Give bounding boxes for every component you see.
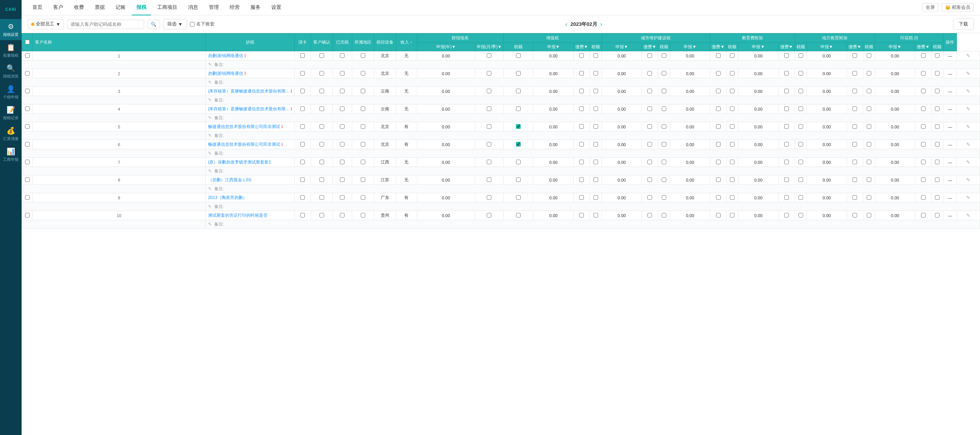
df-sb-8-input[interactable] (852, 195, 857, 200)
sidebar-item-gongnian[interactable]: 📊 工商年报 (0, 144, 22, 165)
qingka-5-input[interactable] (319, 142, 324, 147)
named-account-label[interactable]: 名下账套 (190, 21, 215, 27)
jy-jf-5-input[interactable] (730, 142, 735, 147)
completed-1-input[interactable] (361, 71, 365, 76)
df-sb-2-input[interactable] (852, 89, 857, 93)
row-checkbox-1[interactable] (25, 71, 30, 76)
th-sub-jy-sb[interactable]: 申报▼ (738, 43, 778, 51)
completed-5-input[interactable] (361, 142, 365, 147)
nav-jizhu[interactable]: 记账 (111, 0, 130, 15)
caibao-month-cb-1[interactable] (516, 71, 521, 76)
zz-sb-6-input[interactable] (579, 160, 584, 164)
caibao-month-cb-8[interactable] (516, 195, 521, 200)
prev-month-btn[interactable]: ‹ (565, 21, 567, 28)
sidebar-item-baoshuishezhi[interactable]: ⚙ 报税设置 (0, 19, 22, 40)
jy-jf-9-input[interactable] (730, 213, 735, 218)
yh-jf-5-input[interactable] (935, 142, 940, 147)
zz-jf-3-input[interactable] (593, 106, 598, 111)
sidebar-item-jilu[interactable]: 📝 报税记录 (0, 103, 22, 123)
qingka-1-input[interactable] (319, 71, 324, 76)
download-button[interactable]: 下载 (953, 19, 974, 30)
cs-jf-9-input[interactable] (662, 213, 666, 218)
confirm-7-input[interactable] (340, 177, 345, 182)
cs-sb2-0-input[interactable] (716, 53, 721, 58)
edit-icon-2[interactable]: ✎ (966, 88, 970, 94)
caibao-year-3-input[interactable] (487, 106, 491, 111)
cs-sb2-9-input[interactable] (716, 213, 721, 218)
row-name-7[interactable]: （勿删）江西股金-LSS (205, 175, 294, 185)
edit-icon-9[interactable]: ✎ (966, 212, 970, 218)
cs-sb2-1-input[interactable] (716, 71, 721, 76)
zz-sb-7-input[interactable] (579, 177, 584, 182)
cs-jf-7-input[interactable] (662, 177, 666, 182)
row-checkbox-9[interactable] (25, 213, 30, 218)
row-checkbox-7[interactable] (25, 177, 30, 182)
th-sub-jy-jf2[interactable]: 缴费▼ (778, 43, 795, 51)
row-name-9[interactable]: 测试斯套的凭证打印的时候是否 (205, 211, 294, 220)
edit-icon-7[interactable]: ✎ (966, 177, 970, 183)
confirm-5-input[interactable] (340, 142, 345, 147)
confirm-6-input[interactable] (340, 160, 345, 164)
chaoshui-3-input[interactable] (300, 106, 305, 111)
th-sub-df-jf[interactable]: 缴费▼ (847, 43, 863, 51)
jy-sb-6-input[interactable] (784, 160, 789, 164)
caibao-month-cb-4[interactable] (516, 124, 521, 129)
nav-xiaoxi[interactable]: 消息 (183, 0, 203, 15)
edit-icon-5[interactable]: ✎ (966, 142, 970, 147)
nav-gongshang[interactable]: 工商项目 (153, 0, 182, 15)
chaoshui-8-input[interactable] (300, 195, 305, 200)
yh-sb-9-input[interactable] (921, 213, 926, 218)
cs-jf-4-input[interactable] (662, 124, 666, 129)
df-jf-0-input[interactable] (867, 53, 871, 58)
chaoshui-1-input[interactable] (300, 71, 305, 76)
df-sb-5-input[interactable] (852, 142, 857, 147)
caibao-year-8-input[interactable] (487, 195, 491, 200)
row-name-1[interactable]: 勿删|新锐网络通信 ℹ (205, 69, 294, 78)
jy-sb-9-input[interactable] (784, 213, 789, 218)
jy-sb-3-input[interactable] (784, 106, 789, 111)
row-checkbox-0[interactable] (25, 53, 30, 58)
row-checkbox-4[interactable] (25, 124, 30, 129)
confirm-2-input[interactable] (340, 89, 345, 93)
edit-icon-1[interactable]: ✎ (966, 71, 970, 76)
row-name-0[interactable]: 勿删|新锐网络通信 ℹ (205, 51, 294, 61)
cs-jf-2-input[interactable] (662, 89, 666, 93)
cs-sb-3-input[interactable] (647, 106, 652, 111)
row-checkbox-8[interactable] (25, 195, 30, 200)
jy-sb-0-input[interactable] (784, 53, 789, 58)
df-jf-7-input[interactable] (867, 177, 871, 182)
zz-sb-5-input[interactable] (579, 142, 584, 147)
named-account-checkbox[interactable] (190, 22, 195, 27)
zz-jf-0-input[interactable] (593, 53, 598, 58)
completed-0-input[interactable] (361, 53, 365, 58)
th-sub-zz-jf[interactable]: 缴费▼ (573, 43, 590, 51)
caibao-year-7-input[interactable] (487, 177, 491, 182)
th-sub-yh-sb[interactable]: 申报▼ (875, 43, 915, 51)
chaoshui-5-input[interactable] (300, 142, 305, 147)
edit-icon-8[interactable]: ✎ (966, 195, 970, 201)
yh-sb-8-input[interactable] (921, 195, 926, 200)
qingka-7-input[interactable] (319, 177, 324, 182)
caibao-month-cb-7[interactable] (516, 177, 521, 182)
sidebar-item-piliang[interactable]: 📋 批量报税 (0, 40, 22, 61)
df-sb-3-input[interactable] (852, 106, 857, 111)
df-sb-7-input[interactable] (852, 177, 857, 182)
jy-jf2-4-input[interactable] (798, 124, 803, 129)
th-sub-cs-jf[interactable]: 缴费▼ (642, 43, 658, 51)
confirm-0-input[interactable] (340, 53, 345, 58)
row-name-3[interactable]: (库存核算）直播畅捷通信息技术股份有限... ℹ (205, 105, 294, 114)
jy-jf-6-input[interactable] (730, 160, 735, 164)
th-sub-cs-sb[interactable]: 申报▼ (602, 43, 642, 51)
df-jf-1-input[interactable] (867, 71, 871, 76)
th-sub-jy-jf[interactable]: 缴费▼ (710, 43, 726, 51)
jy-sb-1-input[interactable] (784, 71, 789, 76)
df-jf-3-input[interactable] (867, 106, 871, 111)
cs-sb-2-input[interactable] (647, 89, 652, 93)
df-sb-0-input[interactable] (852, 53, 857, 58)
confirm-4-input[interactable] (340, 124, 345, 129)
df-jf-9-input[interactable] (867, 213, 871, 218)
nav-shoufei[interactable]: 收费 (69, 0, 89, 15)
completed-4-input[interactable] (361, 124, 365, 129)
cs-sb2-5-input[interactable] (716, 142, 721, 147)
zz-jf-6-input[interactable] (593, 160, 598, 164)
